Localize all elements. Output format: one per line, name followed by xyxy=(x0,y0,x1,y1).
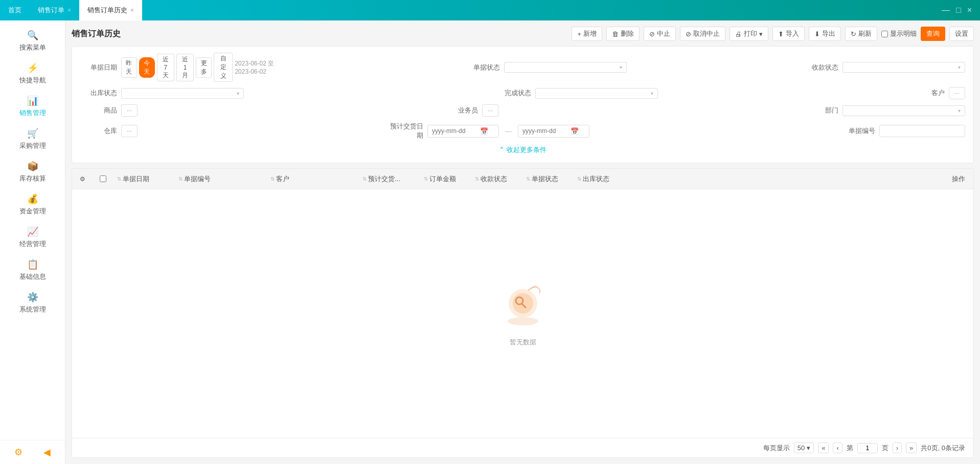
customer-dots[interactable]: ··· xyxy=(949,87,965,99)
sidebar-settings-icon[interactable]: ⚙ xyxy=(14,447,22,458)
sidebar-item-sales-mgmt[interactable]: 📊 销售管理 xyxy=(0,90,65,123)
th-customer-label: 客户 xyxy=(276,174,289,184)
page-size-select[interactable]: 50 ▾ xyxy=(794,443,814,453)
delete-button[interactable]: 🗑 删除 xyxy=(606,27,640,41)
basic-info-icon: 📋 xyxy=(27,259,38,270)
order-no-input[interactable] xyxy=(879,125,965,137)
customer-label: 客户 xyxy=(908,89,945,98)
next-page-btn[interactable]: › xyxy=(893,443,902,453)
payment-status-select[interactable]: ▾ xyxy=(842,62,965,73)
dept-select[interactable]: ▾ xyxy=(842,105,965,116)
out-status-label: 出库状态 xyxy=(80,89,117,98)
th-payment-status[interactable]: ⇅ 收款状态 xyxy=(471,174,522,184)
warehouse-dots[interactable]: ··· xyxy=(121,125,138,137)
window-maximize-btn[interactable]: × xyxy=(967,6,972,15)
last-page-btn[interactable]: » xyxy=(906,443,917,453)
new-button[interactable]: + 新增 xyxy=(572,27,602,41)
th-checkbox[interactable] xyxy=(93,175,113,182)
tab-home[interactable]: 首页 xyxy=(0,0,30,20)
sidebar-collapse-icon[interactable]: ◀ xyxy=(43,447,51,458)
th-customer[interactable]: ⇅ 客户 xyxy=(266,174,358,184)
order-status-select[interactable]: ▾ xyxy=(504,62,627,73)
sidebar-item-system-mgmt-label: 系统管理 xyxy=(19,305,46,314)
sidebar-item-system-mgmt[interactable]: ⚙️ 系统管理 xyxy=(0,286,65,319)
first-page-btn[interactable]: « xyxy=(818,443,829,453)
sidebar-item-sales-mgmt-label: 销售管理 xyxy=(19,108,46,118)
import-button[interactable]: ⬆ 导入 xyxy=(772,27,805,41)
sidebar-item-purchase-mgmt[interactable]: 🛒 采购管理 xyxy=(0,123,65,156)
purchase-mgmt-icon: 🛒 xyxy=(27,128,38,139)
sidebar: 🔍 搜索菜单 ⚡ 快捷导航 📊 销售管理 🛒 采购管理 📦 库存核算 💰 资金管… xyxy=(0,20,65,464)
cancel-stop-button[interactable]: ⊘ 取消中止 xyxy=(680,27,725,41)
delete-icon: 🗑 xyxy=(612,30,619,38)
prev-page-btn[interactable]: ‹ xyxy=(833,443,842,453)
th-orderno[interactable]: ⇅ 单据编号 xyxy=(174,174,266,184)
th-out-status[interactable]: ⇅ 出库状态 xyxy=(573,174,624,184)
search-menu-icon: 🔍 xyxy=(27,30,38,41)
collapse-row[interactable]: ⌃ 收起更多条件 xyxy=(80,143,965,157)
query-button[interactable]: 查询 xyxy=(921,27,945,41)
page-input[interactable] xyxy=(857,443,878,453)
sidebar-item-capital-mgmt[interactable]: 💰 资金管理 xyxy=(0,188,65,221)
date-btn-yesterday[interactable]: 昨天 xyxy=(121,57,137,78)
sidebar-item-inventory-check[interactable]: 📦 库存核算 xyxy=(0,156,65,188)
total-text: 共0页, 0条记录 xyxy=(921,444,965,453)
delivery-date-start-field[interactable] xyxy=(432,127,478,135)
tab-sales-order-close[interactable]: × xyxy=(67,7,71,14)
th-amount[interactable]: ⇅ 订单金额 xyxy=(420,174,471,184)
date-btn-today[interactable]: 今天 xyxy=(139,57,155,78)
tab-sales-order-history[interactable]: 销售订单历史 × xyxy=(79,0,142,20)
prev-page-icon: ‹ xyxy=(836,444,838,452)
toolbar: + 新增 🗑 删除 ⊘ 中止 ⊘ 取消中止 🖨 打印 xyxy=(572,27,974,41)
th-date-label: 单据日期 xyxy=(123,174,149,184)
th-settings[interactable]: ⚙ xyxy=(72,175,93,183)
delivery-date-end-field[interactable] xyxy=(522,127,568,135)
date-btn-more[interactable]: 更多 xyxy=(196,57,212,78)
date-btn-last7[interactable]: 近7天 xyxy=(157,54,174,81)
topbar-right: — □ × xyxy=(933,6,980,15)
window-minimize-btn[interactable]: □ xyxy=(956,6,961,15)
show-detail-checkbox[interactable] xyxy=(881,31,888,37)
stop-icon: ⊘ xyxy=(649,30,655,38)
table-area: ⚙ ⇅ 单据日期 ⇅ 单据编号 ⇅ 客户 ⇅ 预计交货. xyxy=(72,168,974,458)
export-button[interactable]: ⬇ 导出 xyxy=(809,27,841,41)
refresh-button[interactable]: ↻ 刷新 xyxy=(845,27,877,41)
filter-row-1: 单据日期 昨天 今天 近7天 近1月 更多 自定义 2023-06-02 至 2… xyxy=(80,53,965,82)
refresh-label: 刷新 xyxy=(858,29,872,38)
th-delivery-label: 预计交货... xyxy=(368,174,400,184)
th-order-status[interactable]: ⇅ 单据状态 xyxy=(522,174,573,184)
date-btn-last1m[interactable]: 近1月 xyxy=(176,54,194,81)
sidebar-item-basic-info-label: 基础信息 xyxy=(19,272,46,281)
th-delivery[interactable]: ⇅ 预计交货... xyxy=(358,174,420,184)
sidebar-item-operation-mgmt-label: 经营管理 xyxy=(19,239,46,249)
sidebar-item-basic-info[interactable]: 📋 基础信息 xyxy=(0,254,65,286)
show-detail-checkbox-label[interactable]: 显示明细 xyxy=(881,29,917,38)
empty-text: 暂无数据 xyxy=(510,338,536,347)
delivery-date-end-input[interactable]: 📅 xyxy=(518,125,589,138)
stop-button[interactable]: ⊘ 中止 xyxy=(644,27,676,41)
th-action: 操作 xyxy=(624,174,973,184)
sidebar-item-search-menu[interactable]: 🔍 搜索菜单 xyxy=(0,25,65,57)
sidebar-item-quick-nav[interactable]: ⚡ 快捷导航 xyxy=(0,57,65,90)
print-icon: 🖨 xyxy=(735,30,742,38)
quick-nav-icon: ⚡ xyxy=(27,62,38,74)
print-chevron-icon: ▾ xyxy=(759,30,763,38)
out-status-select[interactable]: ▾ xyxy=(121,88,244,99)
product-dots[interactable]: ··· xyxy=(121,104,138,117)
settings-button[interactable]: 设置 xyxy=(949,27,974,41)
out-status-chevron-icon: ▾ xyxy=(237,91,239,96)
th-customer-sort-icon: ⇅ xyxy=(270,176,275,182)
tab-sales-order-history-close[interactable]: × xyxy=(130,7,134,14)
sidebar-item-operation-mgmt[interactable]: 📈 经营管理 xyxy=(0,221,65,254)
cancel-stop-label: 取消中止 xyxy=(693,29,720,38)
date-btn-custom[interactable]: 自定义 xyxy=(214,53,233,82)
salesperson-dots[interactable]: ··· xyxy=(482,104,498,117)
select-all-checkbox[interactable] xyxy=(100,175,106,182)
delivery-date-start-input[interactable]: 📅 xyxy=(427,125,499,138)
th-date[interactable]: ⇅ 单据日期 xyxy=(113,174,174,184)
window-close-btn[interactable]: — xyxy=(942,6,950,15)
tab-sales-order-history-label: 销售订单历史 xyxy=(87,6,127,15)
tab-sales-order[interactable]: 销售订单 × xyxy=(30,0,79,20)
complete-status-select[interactable]: ▾ xyxy=(535,88,658,99)
print-button[interactable]: 🖨 打印 ▾ xyxy=(730,27,768,41)
